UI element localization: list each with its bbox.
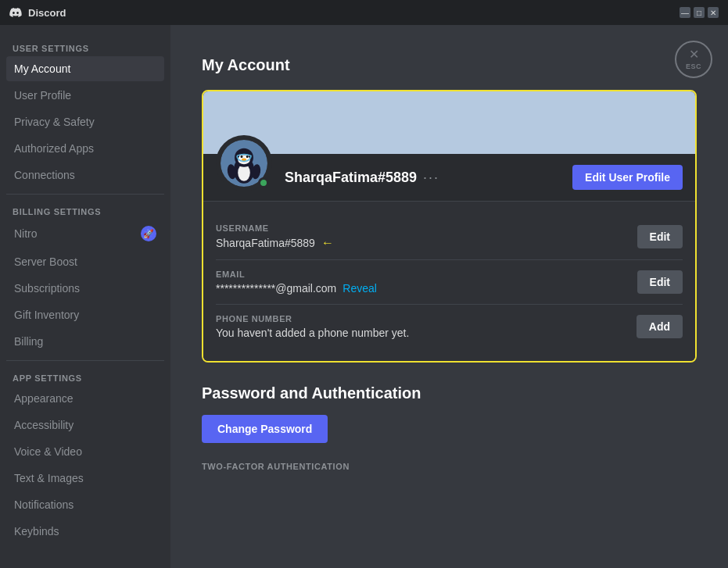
- field-value-1: **************@gmail.comReveal: [216, 282, 637, 295]
- edit-profile-button[interactable]: Edit User Profile: [572, 165, 683, 190]
- sidebar-item-text-images[interactable]: Text & Images: [6, 466, 164, 491]
- field-action-btn-0[interactable]: Edit: [637, 225, 683, 248]
- sidebar-item-label-server-boost: Server Boost: [14, 255, 77, 268]
- field-value-text-0: SharqaFatima#5889: [216, 237, 315, 249]
- main-content: My Account ✕ ESC: [170, 25, 728, 568]
- sidebar-item-my-account[interactable]: My Account: [6, 56, 164, 81]
- sidebar-item-label-billing: Billing: [14, 335, 43, 348]
- sidebar-item-label-authorized-apps: Authorized Apps: [14, 142, 94, 155]
- sidebar-item-notifications[interactable]: Notifications: [6, 492, 164, 517]
- sidebar-item-connections[interactable]: Connections: [6, 163, 164, 188]
- sidebar-item-label-keybinds: Keybinds: [14, 525, 59, 538]
- sidebar-item-user-profile[interactable]: User Profile: [6, 83, 164, 108]
- sidebar-section-label-2: APP SETTINGS: [6, 367, 164, 386]
- sidebar-badge-nitro: 🚀: [141, 226, 156, 241]
- online-status-dot: [258, 177, 269, 188]
- field-value-0: SharqaFatima#5889←: [216, 236, 637, 250]
- sidebar-item-keybinds[interactable]: Keybinds: [6, 519, 164, 544]
- discord-logo-icon: [9, 8, 22, 17]
- field-action-btn-2[interactable]: Add: [637, 315, 683, 338]
- sidebar-item-label-connections: Connections: [14, 169, 75, 181]
- field-left-2: PHONE NUMBERYou haven't added a phone nu…: [216, 314, 637, 339]
- profile-info-row: SharqaFatima#5889 ··· Edit User Profile: [203, 154, 695, 201]
- close-button[interactable]: ✕: [708, 7, 719, 18]
- sidebar-item-accessibility[interactable]: Accessibility: [6, 413, 164, 438]
- profile-username: SharqaFatima#5889: [285, 170, 417, 186]
- sidebar-item-label-nitro: Nitro: [14, 227, 38, 240]
- sidebar-item-label-my-account: My Account: [14, 63, 70, 75]
- sidebar-item-billing[interactable]: Billing: [6, 329, 164, 354]
- field-label-0: USERNAME: [216, 223, 637, 233]
- two-factor-label: TWO-FACTOR AUTHENTICATION: [202, 462, 697, 471]
- sidebar-section-label-1: BILLING SETTINGS: [6, 201, 164, 220]
- sidebar-item-authorized-apps[interactable]: Authorized Apps: [6, 136, 164, 161]
- password-section-title: Password and Authentication: [202, 384, 697, 402]
- svg-point-7: [241, 155, 243, 158]
- sidebar-item-label-accessibility: Accessibility: [14, 419, 74, 431]
- profile-banner: [203, 91, 695, 154]
- profile-card: SharqaFatima#5889 ··· Edit User Profile …: [202, 90, 697, 363]
- reveal-email-link[interactable]: Reveal: [342, 282, 377, 295]
- sidebar-item-label-user-profile: User Profile: [14, 89, 71, 102]
- field-row-1: EMAIL**************@gmail.comRevealEdit: [216, 260, 683, 305]
- sidebar-item-label-voice-video: Voice & Video: [14, 445, 82, 458]
- profile-more-options[interactable]: ···: [423, 170, 439, 186]
- profile-fields: USERNAMESharqaFatima#5889←EditEMAIL*****…: [203, 201, 695, 361]
- field-row-0: USERNAMESharqaFatima#5889←Edit: [216, 214, 683, 260]
- sidebar-item-label-privacy-safety: Privacy & Safety: [14, 116, 95, 128]
- sidebar-item-appearance[interactable]: Appearance: [6, 386, 164, 411]
- sidebar-item-subscriptions[interactable]: Subscriptions: [6, 276, 164, 301]
- sidebar-item-label-notifications: Notifications: [14, 498, 74, 511]
- page-title: My Account: [202, 56, 697, 74]
- title-bar: Discord — □ ✕: [0, 0, 728, 25]
- sidebar-item-privacy-safety[interactable]: Privacy & Safety: [6, 109, 164, 134]
- sidebar-section-label-0: USER SETTINGS: [6, 38, 164, 56]
- title-bar-left: Discord: [9, 7, 66, 19]
- sidebar-divider-0: [6, 194, 164, 195]
- field-action-btn-1[interactable]: Edit: [637, 270, 683, 294]
- sidebar: USER SETTINGSMy AccountUser ProfilePriva…: [0, 25, 170, 568]
- minimize-button[interactable]: —: [680, 7, 690, 18]
- field-left-1: EMAIL**************@gmail.comReveal: [216, 270, 637, 295]
- svg-point-8: [246, 155, 249, 158]
- field-label-2: PHONE NUMBER: [216, 314, 637, 323]
- app-body: USER SETTINGSMy AccountUser ProfilePriva…: [0, 25, 728, 568]
- title-bar-controls[interactable]: — □ ✕: [680, 7, 719, 18]
- sidebar-item-label-appearance: Appearance: [14, 392, 74, 405]
- sidebar-item-label-gift-inventory: Gift Inventory: [14, 309, 79, 321]
- sidebar-divider-1: [6, 360, 164, 361]
- sidebar-item-label-subscriptions: Subscriptions: [14, 282, 80, 295]
- field-value-text-2: You haven't added a phone number yet.: [216, 327, 409, 339]
- sidebar-item-server-boost[interactable]: Server Boost: [6, 249, 164, 274]
- sidebar-item-gift-inventory[interactable]: Gift Inventory: [6, 302, 164, 327]
- esc-x-icon: ✕: [689, 48, 699, 61]
- field-row-2: PHONE NUMBERYou haven't added a phone nu…: [216, 305, 683, 348]
- field-label-1: EMAIL: [216, 270, 637, 279]
- esc-button[interactable]: ✕ ESC: [675, 41, 712, 78]
- field-left-0: USERNAMESharqaFatima#5889←: [216, 223, 637, 250]
- field-value-2: You haven't added a phone number yet.: [216, 327, 637, 339]
- sidebar-item-voice-video[interactable]: Voice & Video: [6, 439, 164, 464]
- title-bar-title: Discord: [28, 7, 66, 19]
- sidebar-item-nitro[interactable]: Nitro🚀: [6, 220, 164, 248]
- sidebar-item-label-text-images: Text & Images: [14, 472, 84, 484]
- change-password-button[interactable]: Change Password: [202, 415, 328, 443]
- maximize-button[interactable]: □: [694, 7, 705, 18]
- esc-label: ESC: [686, 63, 701, 70]
- field-value-text-1: **************@gmail.com: [216, 282, 336, 295]
- avatar-wrapper: [216, 135, 272, 191]
- username-arrow-icon: ←: [321, 236, 334, 250]
- profile-name-area: SharqaFatima#5889 ···: [285, 170, 560, 186]
